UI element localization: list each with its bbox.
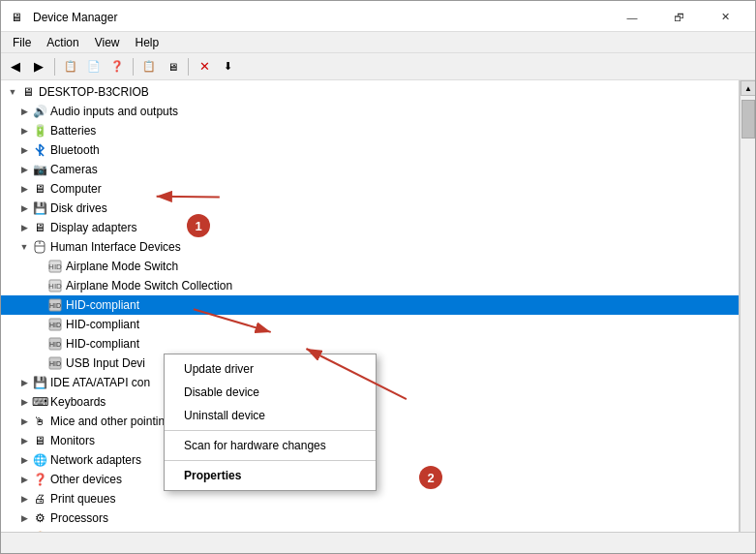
tree-panel[interactable]: ▼ 🖥 DESKTOP-B3CRIOB ▶ 🔊 Audio inputs and…	[1, 80, 740, 532]
mice-icon: 🖱	[32, 414, 47, 429]
hid2-expand	[32, 317, 47, 332]
ctx-disable[interactable]: Disable device	[165, 381, 376, 404]
svg-text:HID: HID	[49, 341, 61, 348]
batteries-expand[interactable]: ▶	[16, 123, 32, 138]
hid-icon	[32, 239, 47, 255]
tree-item-print[interactable]: ▶ 🖨 Print queues	[1, 489, 739, 508]
tree-item-airplane-coll[interactable]: HID Airplane Mode Switch Collection	[1, 276, 739, 295]
tree-item-batteries[interactable]: ▶ 🔋 Batteries	[1, 121, 739, 140]
main-area: ▼ 🖥 DESKTOP-B3CRIOB ▶ 🔊 Audio inputs and…	[1, 80, 755, 532]
toolbar-properties[interactable]: 📋	[60, 56, 81, 77]
tree-item-sd[interactable]: ▶ 📦 SD host adapters	[1, 528, 739, 532]
batteries-icon: 🔋	[32, 123, 47, 138]
tree-item-hid1[interactable]: HID HID-compliant	[1, 295, 739, 315]
monitors-expand[interactable]: ▶	[16, 433, 32, 448]
menu-bar: File Action View Help	[1, 32, 755, 53]
usb-icon: HID	[47, 355, 63, 371]
displayadapters-label: Display adapters	[50, 221, 136, 234]
menu-action[interactable]: Action	[39, 34, 86, 51]
sd-icon: 📦	[32, 530, 47, 532]
menu-help[interactable]: Help	[128, 34, 167, 51]
maximize-button[interactable]: 🗗	[656, 8, 701, 27]
cameras-label: Cameras	[50, 163, 98, 176]
cameras-expand[interactable]: ▶	[16, 162, 32, 177]
computer-expand[interactable]: ▶	[16, 181, 32, 197]
scroll-up-arrow[interactable]: ▲	[741, 80, 755, 96]
keyboards-expand[interactable]: ▶	[16, 394, 32, 410]
bluetooth-label: Bluetooth	[50, 143, 100, 157]
print-expand[interactable]: ▶	[16, 491, 32, 507]
toolbar-update[interactable]: 📄	[83, 56, 105, 77]
displayadapters-expand[interactable]: ▶	[16, 220, 32, 235]
cameras-icon: 📷	[32, 162, 47, 177]
hid3-expand	[32, 336, 47, 352]
hid1-expand	[32, 297, 47, 313]
tree-item-hid3[interactable]: HID HID-compliant	[1, 334, 739, 354]
toolbar-back[interactable]: ◀	[5, 56, 26, 77]
ctx-update[interactable]: Update driver	[165, 357, 376, 381]
airplane-coll-label: Airplane Mode Switch Collection	[66, 279, 232, 292]
ctx-uninstall[interactable]: Uninstall device	[165, 404, 376, 427]
hid3-icon: HID	[47, 336, 63, 352]
tree-item-bluetooth[interactable]: ▶ Bluetooth	[1, 140, 739, 160]
minimize-button[interactable]: —	[610, 8, 654, 27]
scrollbar-vertical[interactable]: ▲	[740, 80, 755, 532]
scroll-thumb[interactable]	[741, 100, 755, 138]
tree-item-audio[interactable]: ▶ 🔊 Audio inputs and outputs	[1, 102, 739, 121]
ctx-scan[interactable]: Scan for hardware changes	[165, 434, 376, 457]
hid-label: Human Interface Devices	[50, 240, 181, 254]
ide-expand[interactable]: ▶	[16, 375, 32, 390]
tree-root[interactable]: ▼ 🖥 DESKTOP-B3CRIOB	[1, 82, 739, 102]
tree-item-displayadapters[interactable]: ▶ 🖥 Display adapters	[1, 218, 739, 237]
root-icon: 🖥	[20, 84, 36, 100]
toolbar: ◀ ▶ 📋 📄 ❓ 📋 🖥 ✕ ⬇	[1, 53, 755, 80]
diskdrives-label: Disk drives	[50, 201, 107, 215]
tree-item-processors[interactable]: ▶ ⚙ Processors	[1, 508, 739, 528]
close-button[interactable]: ✕	[703, 8, 747, 27]
print-label: Print queues	[50, 492, 115, 506]
tree-item-airplane[interactable]: HID Airplane Mode Switch	[1, 257, 739, 276]
other-icon: ❓	[32, 472, 47, 487]
print-icon: 🖨	[32, 491, 47, 507]
tree-panel-wrapper: ▼ 🖥 DESKTOP-B3CRIOB ▶ 🔊 Audio inputs and…	[1, 80, 755, 532]
tree-item-diskdrives[interactable]: ▶ 💾 Disk drives	[1, 199, 739, 218]
annotation-2: 2	[419, 466, 442, 489]
mice-expand[interactable]: ▶	[16, 414, 32, 429]
status-bar	[1, 532, 755, 553]
tree-item-computer[interactable]: ▶ 🖥 Computer	[1, 179, 739, 199]
window-title: Device Manager	[33, 11, 117, 24]
toolbar-help[interactable]: ❓	[106, 56, 128, 77]
ctx-properties[interactable]: Properties	[165, 464, 376, 487]
toolbar-list[interactable]: 📋	[138, 56, 160, 77]
tree-item-hid2[interactable]: HID HID-compliant	[1, 315, 739, 334]
ide-icon: 💾	[32, 375, 47, 390]
hid2-icon: HID	[47, 317, 63, 332]
computer-label: Computer	[50, 182, 102, 196]
toolbar-forward[interactable]: ▶	[28, 56, 49, 77]
audio-expand[interactable]: ▶	[16, 104, 32, 119]
audio-label: Audio inputs and outputs	[50, 105, 178, 118]
title-bar-left: 🖥 Device Manager	[9, 10, 117, 25]
other-expand[interactable]: ▶	[16, 472, 32, 487]
network-label: Network adapters	[50, 453, 141, 467]
ide-label: IDE ATA/ATAPI con	[50, 376, 150, 389]
network-expand[interactable]: ▶	[16, 452, 32, 468]
toolbar-add[interactable]: ⬇	[217, 56, 238, 77]
processors-expand[interactable]: ▶	[16, 510, 32, 526]
diskdrives-icon: 💾	[32, 200, 47, 216]
root-expand[interactable]: ▼	[5, 84, 20, 100]
toolbar-remove[interactable]: ✕	[194, 56, 215, 77]
title-bar: 🖥 Device Manager — 🗗 ✕	[1, 1, 755, 32]
diskdrives-expand[interactable]: ▶	[16, 200, 32, 216]
tree-item-hid[interactable]: ▼ Human Interface Devices	[1, 237, 739, 257]
sd-label: SD host adapters	[50, 531, 140, 532]
menu-view[interactable]: View	[87, 34, 128, 51]
sd-expand[interactable]: ▶	[16, 530, 32, 532]
hid-expand[interactable]: ▼	[16, 239, 32, 255]
airplane-coll-icon: HID	[47, 278, 63, 293]
toolbar-scan[interactable]: 🖥	[162, 56, 183, 77]
tree-item-cameras[interactable]: ▶ 📷 Cameras	[1, 160, 739, 179]
ctx-sep-2	[165, 460, 376, 461]
menu-file[interactable]: File	[5, 34, 39, 51]
bluetooth-expand[interactable]: ▶	[16, 142, 32, 158]
